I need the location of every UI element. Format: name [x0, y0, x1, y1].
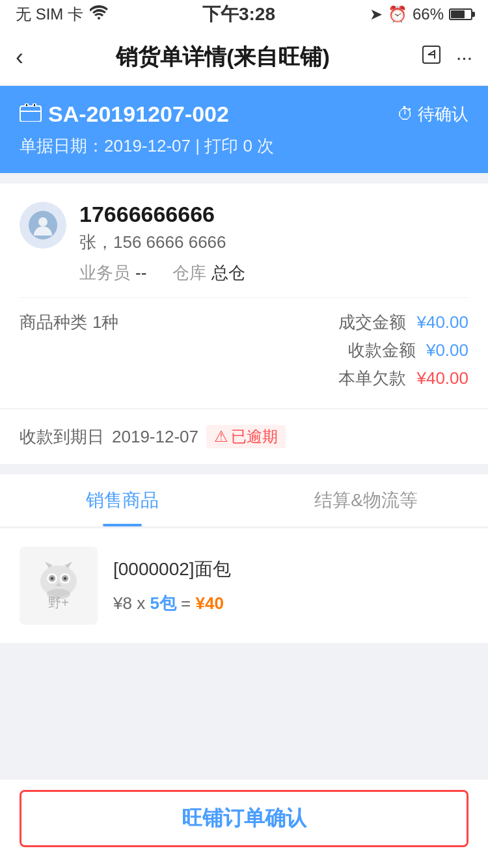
price-quantity: 5包: [150, 593, 176, 613]
logo-text: 野+: [48, 594, 69, 612]
transaction-amount-value: ¥40.00: [416, 312, 468, 332]
product-section: 野+ [0000002]面包 ¥8 x 5包 = ¥40: [0, 528, 488, 643]
back-button[interactable]: ‹: [16, 44, 23, 71]
order-header-top: SA-20191207-002 ⏱ 待确认: [20, 102, 468, 127]
product-name: [0000002]面包: [113, 557, 468, 582]
clock-icon: ⏱: [397, 104, 414, 124]
customer-avatar: [20, 202, 66, 249]
status-right: ➤ ⏰ 66%: [370, 5, 472, 23]
overdue-date: 2019-12-07: [112, 427, 198, 447]
warehouse-item: 仓库 总仓: [172, 262, 245, 284]
customer-card: 17666666666 张，156 6666 6666 业务员 -- 仓库 总仓…: [0, 183, 488, 408]
tab-settlement[interactable]: 结算&物流等: [244, 474, 488, 526]
product-info: [0000002]面包 ¥8 x 5包 = ¥40: [113, 557, 468, 615]
avatar-icon: [29, 211, 57, 239]
transaction-amount-label: 成交金额: [338, 311, 406, 334]
page-title: 销货单详情(来自旺铺): [116, 42, 330, 72]
wifi-icon: [90, 5, 108, 23]
status-time: 下午3:28: [202, 2, 275, 27]
more-icon[interactable]: ···: [456, 46, 472, 68]
customer-info: 17666666666 张，156 6666 6666 业务员 -- 仓库 总仓: [79, 202, 468, 284]
order-id: SA-20191207-002: [20, 102, 229, 127]
product-price: ¥8 x 5包 = ¥40: [113, 592, 468, 615]
battery-icon: [449, 8, 472, 20]
overdue-warning-icon: ⚠: [214, 427, 228, 446]
price-formula: ¥8 x: [113, 593, 150, 613]
order-icon: [20, 102, 42, 127]
share-icon[interactable]: [422, 46, 441, 68]
salesperson-label: 业务员: [79, 262, 130, 284]
overdue-badge: ⚠ 已逾期: [206, 425, 286, 448]
due-amount-value: ¥40.00: [416, 368, 468, 388]
salesperson-item: 业务员 --: [79, 262, 146, 284]
tab-underline: [103, 524, 142, 526]
salesperson-value: --: [135, 263, 146, 283]
tab-settlement-label: 结算&物流等: [314, 488, 418, 513]
tab-products[interactable]: 销售商品: [0, 474, 244, 526]
due-amount-label: 本单欠款: [338, 367, 406, 390]
battery-percent: 66%: [413, 5, 444, 23]
status-bar: 无 SIM 卡 下午3:28 ➤ ⏰ 66%: [0, 0, 488, 29]
stats-section: 商品种类 1种 成交金额 ¥40.00 收款金额 ¥0.00 本单欠款 ¥40.…: [20, 311, 468, 390]
carrier-text: 无 SIM 卡: [16, 4, 83, 25]
confirm-order-button[interactable]: 旺铺订单确认: [20, 790, 468, 847]
product-thumbnail: 野+: [20, 547, 98, 625]
price-total: ¥40: [195, 593, 223, 613]
warehouse-value: 总仓: [211, 262, 245, 284]
svg-point-13: [64, 577, 66, 580]
location-icon: ➤: [370, 5, 383, 23]
received-amount-row: 收款金额 ¥0.00: [348, 339, 468, 362]
status-left: 无 SIM 卡: [16, 4, 108, 25]
stats-right: 成交金额 ¥40.00 收款金额 ¥0.00 本单欠款 ¥40.00: [338, 311, 468, 390]
stats-left: 商品种类 1种: [20, 311, 118, 334]
owl-logo-svg: [36, 560, 81, 599]
order-date: 单据日期：2019-12-07 | 打印 0 次: [20, 135, 468, 157]
received-amount-value: ¥0.00: [426, 340, 468, 360]
due-amount-row: 本单欠款 ¥40.00: [338, 367, 468, 390]
overdue-section: 收款到期日 2019-12-07 ⚠ 已逾期: [0, 409, 488, 464]
svg-point-12: [51, 577, 53, 580]
overdue-label: 收款到期日: [20, 426, 104, 448]
product-types-label: 商品种类: [20, 311, 87, 334]
customer-name: 17666666666: [79, 202, 468, 227]
order-status: ⏱ 待确认: [397, 103, 468, 126]
svg-point-4: [38, 217, 47, 226]
customer-phone: 张，156 6666 6666: [79, 231, 468, 254]
divider-1: [20, 297, 468, 298]
customer-meta: 业务员 -- 仓库 总仓: [79, 262, 468, 284]
received-amount-label: 收款金额: [348, 339, 416, 362]
transaction-amount-row: 成交金额 ¥40.00: [338, 311, 468, 334]
alarm-icon: ⏰: [388, 5, 407, 23]
product-types-item: 商品种类 1种: [20, 311, 118, 334]
product-item: 野+ [0000002]面包 ¥8 x 5包 = ¥40: [20, 547, 468, 625]
nav-actions: ···: [422, 46, 472, 68]
tabs-bar: 销售商品 结算&物流等: [0, 474, 488, 527]
product-types-value: 1种: [92, 311, 118, 334]
svg-rect-2: [20, 106, 41, 122]
order-header-card: SA-20191207-002 ⏱ 待确认 单据日期：2019-12-07 | …: [0, 86, 488, 173]
nav-bar: ‹ 销货单详情(来自旺铺) ···: [0, 29, 488, 86]
confirm-button-wrap: 旺铺订单确认: [0, 779, 488, 868]
warehouse-label: 仓库: [172, 262, 206, 284]
tab-products-label: 销售商品: [86, 488, 159, 513]
price-equals: =: [176, 593, 196, 613]
customer-section: 17666666666 张，156 6666 6666 业务员 -- 仓库 总仓: [20, 202, 468, 284]
